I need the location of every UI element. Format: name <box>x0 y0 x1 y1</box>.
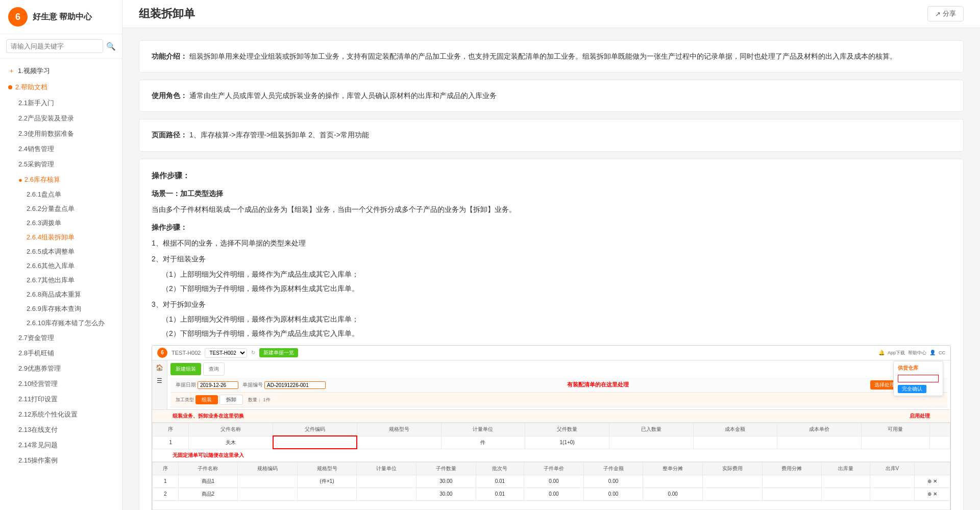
ss-col-alloc: 整单分摊 <box>643 463 703 475</box>
ss-col-outv: 出库V <box>870 463 914 475</box>
sidebar-item-inventory[interactable]: ● 2.6库存核算 <box>14 172 122 187</box>
ss-col-actions <box>914 463 950 475</box>
sidebar-item-print[interactable]: 2.11打印设置 <box>14 392 122 407</box>
sidebar-item-label: 2.6库存核算 <box>24 175 60 184</box>
ss-cell <box>762 475 822 488</box>
sidebar-item-purchase[interactable]: 2.5采购管理 <box>14 157 122 172</box>
sidebar-item-faq[interactable]: 2.14常见问题 <box>14 438 122 453</box>
sidebar-item-cases[interactable]: 2.15操作案例 <box>14 453 122 468</box>
sidebar-item-2610[interactable]: 2.6.10库存账本错了怎么办 <box>22 316 122 330</box>
sidebar-item-269[interactable]: 2.6.9库存账本查询 <box>22 302 122 316</box>
ss-col-unit: 计量单位 <box>441 423 525 436</box>
ss-nav-area: 🏠 ☰ 新建组装 查询 单据日期 <box>152 360 950 410</box>
site-title: 好生意 帮助中心 <box>33 12 92 22</box>
sidebar-item-266[interactable]: 2.6.6其他入库单 <box>22 259 122 273</box>
sidebar-item-helpdoc[interactable]: 2.帮助文档 <box>0 79 122 95</box>
sidebar-item-267[interactable]: 2.6.7其他出库单 <box>22 273 122 287</box>
ss-app-icon: App下载 <box>888 349 905 357</box>
sidebar-item-mobile[interactable]: 2.8手机旺铺 <box>14 346 122 361</box>
ss-assemble-btn[interactable]: 组装 <box>195 395 218 404</box>
ss-qty-value: 1件 <box>263 397 271 402</box>
ss-cell: ⊕ ✕ <box>914 488 950 501</box>
ss-col-actual: 实际费用 <box>702 463 762 475</box>
ss-col-camount: 子件金额 <box>583 463 643 475</box>
sidebar-item-262[interactable]: 2.6.2分量盘点单 <box>22 202 122 216</box>
sidebar-item-data-prep[interactable]: 2.3使用前数据准备 <box>14 126 122 141</box>
share-button[interactable]: ↗ 分享 <box>927 6 964 21</box>
main-header: 组装拆卸单 ↗ 分享 <box>122 0 980 28</box>
step3-2: （2）下部明细为子件明细，最终作为产成品生成其它入库单。 <box>162 327 951 340</box>
ss-cell: 件 <box>441 436 525 449</box>
sidebar: 6 好生意 帮助中心 🔍 ＋ 1.视频学习 2.帮助文档 2.1新手入门 2.2… <box>0 0 122 510</box>
sidebar-item-label: 1.视频学习 <box>18 66 50 76</box>
ss-cell <box>273 436 357 449</box>
ops-steps-label: 操作步骤： <box>152 221 951 234</box>
ss-annotation2: 组装业务、拆卸业务在这里切换 <box>173 411 244 421</box>
ss-cell: 0.00 <box>583 475 643 488</box>
sidebar-item-coupon[interactable]: 2.9优惠券管理 <box>14 361 122 376</box>
ss-disassemble-btn[interactable]: 拆卸 <box>219 395 243 405</box>
sidebar-item-payment[interactable]: 2.13在线支付 <box>14 422 122 438</box>
ss-col-costprice: 成本单价 <box>777 423 862 436</box>
path-label: 页面路径： <box>152 131 187 139</box>
ss-cell: 关木 <box>189 436 273 449</box>
sidebar-item-268[interactable]: 2.6.8商品成本重算 <box>22 287 122 302</box>
ss-list-icon: ☰ <box>157 376 162 387</box>
ss-cell <box>822 488 870 501</box>
ss-date-input[interactable] <box>198 381 238 389</box>
ss-company-select[interactable]: TEST-H002 <box>205 348 247 358</box>
ss-type-row: 加工类型 组装 拆卸 数量： 1件 <box>170 393 947 407</box>
sidebar-item-management[interactable]: 2.10经营管理 <box>14 376 122 392</box>
ss-tab-query[interactable]: 查询 <box>203 362 225 376</box>
active-dot <box>8 85 12 89</box>
expand-icon: ＋ <box>8 66 15 76</box>
ss-col-fee: 费用分摊 <box>762 463 822 475</box>
sidebar-item-personalize[interactable]: 2.12系统个性化设置 <box>14 407 122 422</box>
main-area: 组装拆卸单 ↗ 分享 功能介绍： 组装拆卸单用来处理企业组装或拆卸等加工业务，支… <box>122 0 980 510</box>
ss-cell: 2 <box>153 488 179 501</box>
role-card: 使用角色： 通常由生产人员或库管人员完成拆装业务的操作，库管人员确认原材料的出库… <box>139 80 964 112</box>
ss-cell <box>238 488 298 501</box>
share-label: 分享 <box>943 9 956 18</box>
ss-side-icons: 🏠 ☰ <box>152 360 167 409</box>
ss-cell <box>870 475 914 488</box>
ss-new-order-btn[interactable]: 新建单据一览 <box>259 348 298 357</box>
ss-cell <box>822 475 870 488</box>
step2-2: （2）下部明细为子件明细，最终作为原材料生成其它出库单。 <box>162 282 951 295</box>
sidebar-item-install[interactable]: 2.2产品安装及登录 <box>14 111 122 126</box>
sidebar-item-261[interactable]: 2.6.1盘点单 <box>22 187 122 202</box>
ss-bell-icon: 🔔 <box>878 348 885 357</box>
ss-user-icon: 👤 <box>929 348 936 357</box>
sidebar-item-capital[interactable]: 2.7资金管理 <box>14 330 122 346</box>
ss-cell: 0.01 <box>476 488 524 501</box>
ss-cell <box>238 475 298 488</box>
ss-cell <box>297 488 357 501</box>
ss-cell: 1 <box>153 436 189 449</box>
sidebar-item-264[interactable]: 2.6.4组装拆卸单 <box>22 230 122 245</box>
sidebar-item-video[interactable]: ＋ 1.视频学习 <box>0 63 122 79</box>
ss-store-input[interactable] <box>898 375 939 382</box>
ss-cell: (件×1) <box>297 475 357 488</box>
step3: 3、对于拆卸业务 <box>152 298 951 311</box>
ss-type-label: 加工类型 <box>176 396 194 404</box>
sidebar-item-263[interactable]: 2.6.3调拨单 <box>22 216 122 230</box>
ss-tab-assembly[interactable]: 新建组装 <box>170 363 201 375</box>
table-row: 2 商品2 30.00 0.01 0.00 0.00 0.00 <box>153 488 950 501</box>
ss-refresh-icon: ↻ <box>251 348 255 357</box>
sidebar-item-265[interactable]: 2.6.5成本调整单 <box>22 245 122 259</box>
ss-full-confirm-btn[interactable]: 完全确认 <box>898 385 926 393</box>
ss-parent-table: 序 父件名称 父件编码 规格型号 计量单位 父件数量 已入数量 成本金额 成本单… <box>152 423 950 449</box>
ss-cell <box>357 488 416 501</box>
search-input[interactable] <box>6 39 103 53</box>
sidebar-item-beginner[interactable]: 2.1新手入门 <box>14 95 122 111</box>
ss-cell <box>762 488 822 501</box>
sidebar-item-sales[interactable]: 2.4销售管理 <box>14 141 122 157</box>
ss-cell: 0.00 <box>583 488 643 501</box>
ss-cell: 商品2 <box>178 488 238 501</box>
search-button[interactable]: 🔍 <box>106 42 116 51</box>
ss-col-child-code: 规格编码 <box>238 463 298 475</box>
ss-cell <box>609 436 693 449</box>
ss-number-input[interactable] <box>264 381 326 389</box>
ss-cell <box>357 436 441 449</box>
ss-panel-title: 供货仓库 <box>898 363 939 373</box>
